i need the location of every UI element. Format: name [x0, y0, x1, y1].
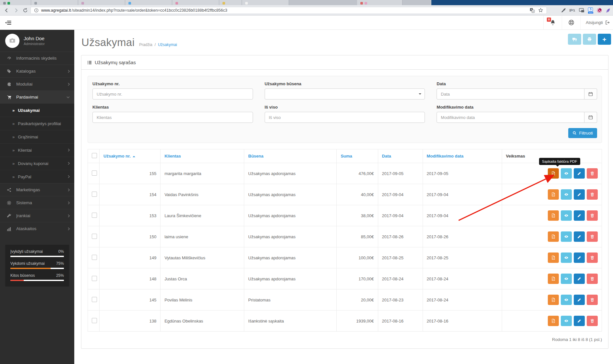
sidebar-item-system[interactable]: Sistema — [0, 196, 74, 209]
page-info-icon[interactable] — [34, 8, 39, 13]
row-checkbox[interactable] — [92, 234, 97, 239]
row-checkbox[interactable] — [92, 276, 97, 281]
view-order-button[interactable] — [561, 231, 572, 242]
browser-tab[interactable] — [242, 0, 289, 5]
invoice-pdf-button[interactable] — [548, 295, 559, 305]
column-header-date[interactable]: Data — [378, 149, 423, 163]
edit-order-button[interactable] — [574, 231, 585, 242]
sidebar-subitem-recurring-profiles[interactable]: » Pasikartojantys profiliai — [0, 117, 74, 130]
invoice-pdf-button[interactable] — [548, 210, 559, 221]
browser-tab[interactable] — [219, 0, 242, 5]
browser-tab[interactable] — [125, 0, 172, 5]
row-checkbox[interactable] — [92, 213, 97, 218]
sidebar-item-reports[interactable]: Ataskaitos — [0, 222, 74, 235]
cast-extension-icon[interactable] — [579, 8, 584, 13]
sidebar-item-tools[interactable]: Įrankiai — [0, 209, 74, 222]
print-invoice-button[interactable] — [583, 34, 596, 45]
invoice-pdf-button[interactable] — [548, 274, 559, 284]
modified-calendar-button[interactable] — [584, 112, 597, 123]
back-button[interactable] — [4, 8, 9, 13]
view-order-button[interactable] — [561, 274, 572, 284]
view-order-button[interactable] — [561, 210, 572, 221]
column-header-total[interactable]: Suma — [337, 149, 378, 163]
row-checkbox[interactable] — [92, 318, 97, 323]
order-status-select[interactable] — [265, 88, 425, 100]
row-checkbox[interactable] — [92, 192, 97, 197]
bookmark-star-icon[interactable] — [538, 8, 543, 13]
recorder-extension-icon[interactable]: S New — [588, 7, 593, 14]
edit-order-button[interactable] — [574, 189, 585, 200]
row-checkbox[interactable] — [92, 255, 97, 260]
row-checkbox[interactable] — [92, 297, 97, 302]
delete-order-button[interactable] — [587, 168, 598, 179]
customer-input[interactable] — [92, 112, 253, 123]
ip-extension-icon[interactable]: IP — [570, 9, 575, 12]
order-nr-input[interactable] — [92, 88, 253, 100]
delete-order-button[interactable] — [587, 274, 598, 284]
shipping-list-button[interactable] — [568, 34, 581, 45]
breadcrumb-current[interactable]: Užsakymai — [158, 42, 177, 47]
address-bar[interactable]: www.agregatai.lt/siteadmin14/index.php?r… — [30, 7, 547, 14]
feather-extension-icon[interactable] — [606, 8, 610, 13]
date-calendar-button[interactable] — [584, 88, 597, 100]
browser-tab[interactable] — [0, 0, 31, 5]
total-input[interactable] — [265, 112, 425, 123]
sidebar-subitem-returns[interactable]: » Grąžinimai — [0, 130, 74, 143]
support-button[interactable] — [562, 16, 580, 29]
view-order-button[interactable] — [561, 252, 572, 263]
sidebar-item-sales[interactable]: Pardavimai — [0, 90, 74, 103]
aperture-extension-icon[interactable] — [597, 8, 602, 13]
browser-tab[interactable] — [78, 0, 125, 5]
view-order-button[interactable] — [561, 189, 572, 200]
browser-tab[interactable] — [172, 0, 219, 5]
invoice-pdf-button[interactable] — [548, 231, 559, 242]
notifications-button[interactable]: 0 — [543, 16, 562, 29]
add-order-button[interactable]: + — [598, 34, 611, 45]
view-order-button[interactable] — [561, 168, 572, 179]
modified-date-input[interactable] — [437, 112, 584, 123]
date-input[interactable] — [437, 88, 584, 100]
column-header-modified[interactable]: Modifikavimo data — [423, 149, 502, 163]
row-checkbox[interactable] — [92, 170, 97, 176]
delete-order-button[interactable] — [587, 189, 598, 200]
delete-order-button[interactable] — [587, 231, 598, 242]
filter-button[interactable]: Filtruoti — [568, 128, 597, 138]
browser-active-tab-area[interactable] — [431, 0, 613, 5]
sidebar-item-modules[interactable]: Moduliai — [0, 77, 74, 90]
translate-icon[interactable]: Aa — [530, 8, 535, 13]
forward-button[interactable] — [14, 8, 19, 13]
breadcrumb-home[interactable]: Pradžia — [139, 42, 152, 47]
edit-order-button[interactable] — [574, 316, 585, 326]
invoice-pdf-button[interactable] — [548, 316, 559, 326]
invoice-pdf-button[interactable] — [548, 252, 559, 263]
select-all-checkbox[interactable] — [92, 153, 97, 158]
delete-order-button[interactable] — [587, 316, 598, 326]
edit-order-button[interactable] — [574, 252, 585, 263]
sidebar-toggle-button[interactable] — [5, 20, 11, 25]
edit-order-button[interactable] — [574, 210, 585, 221]
browser-tab[interactable] — [31, 0, 78, 5]
delete-order-button[interactable] — [587, 252, 598, 263]
invoice-pdf-button[interactable] — [548, 189, 559, 200]
column-header-status[interactable]: Būsena — [244, 149, 337, 163]
sidebar-subitem-customers[interactable]: » Klientai — [0, 143, 74, 157]
sidebar-subitem-orders[interactable]: » Užsakymai — [0, 103, 74, 117]
sidebar-subitem-paypal[interactable]: » PayPal — [0, 170, 74, 183]
sidebar-subitem-gift-vouchers[interactable]: » Dovanų kuponai — [0, 157, 74, 170]
invoice-pdf-button[interactable] — [548, 168, 559, 179]
reload-button[interactable] — [23, 8, 28, 13]
delete-order-button[interactable] — [587, 210, 598, 221]
edit-order-button[interactable] — [574, 168, 585, 179]
view-order-button[interactable] — [561, 316, 572, 326]
view-order-button[interactable] — [561, 295, 572, 305]
column-header-customer[interactable]: Klientas — [161, 149, 244, 163]
column-header-order-nr[interactable]: Užsakymo nr. — [100, 149, 161, 163]
browser-tab[interactable] — [357, 0, 403, 5]
delete-order-button[interactable] — [587, 295, 598, 305]
sidebar-item-marketing[interactable]: Marketingas — [0, 183, 74, 196]
edit-order-button[interactable] — [574, 274, 585, 284]
edit-order-button[interactable] — [574, 295, 585, 305]
sidebar-item-catalog[interactable]: Katalogas — [0, 65, 74, 77]
logout-button[interactable]: Atsijungti — [580, 16, 613, 29]
eyedropper-extension-icon[interactable] — [561, 8, 566, 13]
